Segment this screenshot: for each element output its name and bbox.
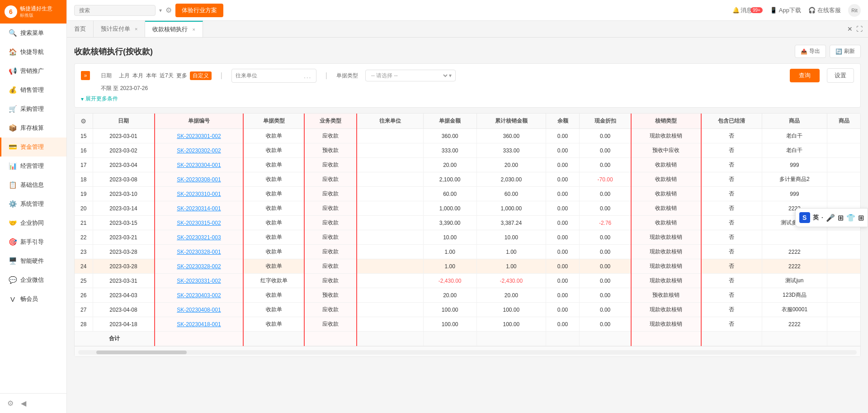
sidebar-item-coop[interactable]: 🤝企业协同 (0, 214, 66, 233)
date-last-month-button[interactable]: 上月 (119, 72, 130, 80)
bill-link[interactable]: SK-20230310-001 (177, 191, 221, 197)
bill-link[interactable]: SK-20230314-001 (177, 205, 221, 212)
table-setting-icon[interactable]: ⚙ (80, 118, 86, 125)
bill-link[interactable]: SK-20230304-001 (177, 162, 221, 168)
search-input[interactable] (74, 5, 156, 16)
bill-link[interactable]: SK-20230408-001 (177, 307, 221, 313)
counterpart-filter-wrap[interactable]: … (231, 69, 316, 83)
tab-prepay[interactable]: 预计应付单× (94, 21, 145, 37)
cell-bill-no: SK-20230408-001 (155, 303, 244, 317)
bill-link[interactable]: SK-20230321-003 (177, 234, 221, 241)
sidebar-item-wechat[interactable]: 💬企业微信 (0, 271, 66, 290)
counterpart-input[interactable] (236, 72, 303, 79)
collapse-icon[interactable]: ◀ (21, 399, 26, 408)
cell-bill-type: 收款单 (243, 317, 304, 332)
settings-bottom-icon[interactable]: ⚙ (7, 399, 14, 408)
data-table: ⚙ 日期 单据编号 单据类型 业务类型 往来单位 单据金额 累计核销金额 余额 … (75, 114, 860, 346)
sidebar-item-ops[interactable]: 📊经营管理 (0, 157, 66, 176)
tab-home[interactable]: 首页 (67, 21, 94, 37)
float-dot-icon[interactable]: · (821, 214, 823, 222)
bill-link[interactable]: SK-20230308-001 (177, 176, 221, 183)
expand-window-button[interactable]: ⛶ (856, 25, 863, 33)
sidebar-item-base[interactable]: 📋基础信息 (0, 176, 66, 195)
bill-link[interactable]: SK-20230328-002 (177, 263, 221, 270)
setting-filter-button[interactable]: 设置 (827, 68, 854, 83)
solution-button[interactable]: 体验行业方案 (175, 4, 223, 17)
counterpart-value: ████████ (375, 176, 406, 183)
tab-close-receipt[interactable]: × (192, 27, 195, 32)
sidebar-item-nav[interactable]: 🏠快捷导航 (0, 43, 66, 62)
bill-link[interactable]: SK-20230301-002 (177, 133, 221, 139)
bill-type-filter-wrap[interactable]: -- 请选择 -- 收款单 红字收款单 ▾ (365, 70, 456, 81)
sidebar-item-system[interactable]: ⚙️系统管理 (0, 195, 66, 214)
sidebar-item-member[interactable]: V畅会员 (0, 290, 66, 309)
cell-goods: 老白干 (762, 143, 827, 158)
th-include-settled: 包含已结清 (701, 114, 762, 129)
bill-link[interactable]: SK-20230403-002 (177, 292, 221, 299)
bill-type-filter-label: 单据类型 (336, 72, 358, 80)
tab-close-prepay[interactable]: × (135, 26, 137, 32)
float-expand-icon[interactable]: ⊞ (858, 214, 864, 222)
horizontal-scrollbar[interactable] (78, 350, 857, 355)
refresh-button[interactable]: 🔄 刷新 (830, 45, 861, 58)
float-shirt-icon[interactable]: 👕 (846, 214, 855, 222)
date-this-month-button[interactable]: 本月 (132, 72, 143, 80)
cell-goods2 (827, 274, 860, 288)
th-verify-type: 核销类型 (631, 114, 701, 129)
date-this-year-button[interactable]: 本年 (146, 72, 157, 80)
user-avatar[interactable]: Rit (848, 4, 861, 17)
sidebar-item-guide[interactable]: 🎯新手引导 (0, 233, 66, 252)
cell-date: 2023-03-28 (93, 259, 155, 274)
cell-balance: 0.00 (546, 187, 579, 201)
float-grid-icon[interactable]: ⊞ (838, 214, 844, 222)
th-setting[interactable]: ⚙ (75, 114, 93, 129)
date-7days-button[interactable]: 近7天 (160, 72, 174, 80)
sidebar-item-marketing[interactable]: 📢营销推广 (0, 62, 66, 81)
query-button[interactable]: 查询 (790, 69, 820, 82)
bill-link[interactable]: SK-20230331-002 (177, 278, 221, 284)
notifications-area[interactable]: 🔔 消息 99+ (732, 6, 763, 14)
cell-no: 20 (75, 201, 93, 216)
bill-link[interactable]: SK-20230315-002 (177, 220, 221, 226)
cell-discount: -2.76 (580, 216, 631, 230)
date-custom-button[interactable]: 自定义 (190, 71, 212, 80)
nav-label-base: 基础信息 (20, 181, 44, 189)
sidebar-item-stock[interactable]: 📦库存核算 (0, 119, 66, 138)
close-all-tabs-button[interactable]: ✕ (847, 25, 853, 33)
float-panel: S 英 · 🎤 ⊞ 👕 ⊞ (795, 208, 868, 227)
bill-link[interactable]: SK-20230302-002 (177, 147, 221, 154)
sidebar-item-funds[interactable]: 💳资金管理 (0, 138, 66, 157)
nav-icon-ops: 📊 (9, 162, 17, 170)
export-button[interactable]: 📤 导出 (795, 45, 826, 58)
table-row: 25 2023-03-31 SK-20230331-002 红字收款单 应收款 … (75, 274, 860, 288)
cell-verified: 100.00 (476, 317, 546, 332)
filter-expand-button[interactable]: » (81, 71, 90, 80)
sidebar-item-sales[interactable]: 💰销售管理 (0, 81, 66, 100)
cell-discount: 0.00 (580, 303, 631, 317)
cell-goods2 (827, 158, 860, 172)
nav-label-purchase: 采购管理 (20, 105, 44, 113)
bill-link[interactable]: SK-20230418-001 (177, 321, 221, 328)
cell-no: 19 (75, 187, 93, 201)
cell-counterpart: ████████ (357, 201, 423, 216)
bill-type-select[interactable]: -- 请选择 -- 收款单 红字收款单 (369, 72, 449, 79)
table-row: 19 2023-03-10 SK-20230310-001 收款单 应收款 ██… (75, 187, 860, 201)
app-download-area[interactable]: 📱 App下载 (770, 6, 801, 14)
date-more-button[interactable]: 更多 (176, 72, 187, 80)
th-bill-no: 单据编号 (155, 114, 244, 129)
expand-more-conditions[interactable]: ▾ 展开更多条件 (81, 95, 854, 103)
bill-link[interactable]: SK-20230328-001 (177, 249, 221, 255)
online-service-area[interactable]: 🎧 在线客服 (808, 6, 841, 14)
sidebar-nav: 🔍搜索菜单🏠快捷导航📢营销推广💰销售管理🛒采购管理📦库存核算💳资金管理📊经营管理… (0, 24, 66, 393)
tab-receipt[interactable]: 收款核销执行× (145, 21, 203, 37)
float-mic-icon[interactable]: 🎤 (826, 214, 835, 222)
sidebar-item-purchase[interactable]: 🛒采购管理 (0, 100, 66, 119)
sidebar-item-hardware[interactable]: 🖥️智能硬件 (0, 252, 66, 271)
nav-icon-wechat: 💬 (9, 276, 17, 284)
cell-verify-type: 收款核销 (631, 201, 701, 216)
cell-verify-type: 收款核销 (631, 216, 701, 230)
sidebar-item-search[interactable]: 🔍搜索菜单 (0, 24, 66, 43)
cell-date: 2023-03-02 (93, 143, 155, 158)
gear-icon[interactable]: ⚙ (165, 6, 172, 14)
scrollbar-thumb[interactable] (96, 351, 187, 354)
